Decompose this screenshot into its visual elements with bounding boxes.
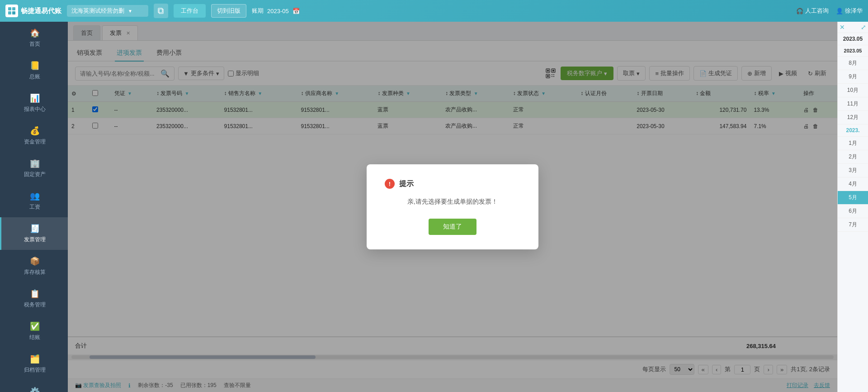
- dialog-message: 亲,请先选择要生成单据的发票！: [407, 198, 498, 205]
- user-menu[interactable]: 👤 徐泽华: [836, 7, 863, 15]
- sidebar-icon-assets: 🏢: [30, 158, 40, 168]
- logo-icon: [5, 5, 18, 17]
- period-item-1月[interactable]: 1月: [838, 137, 868, 150]
- sidebar-item-funds[interactable]: 💰 资金管理: [0, 120, 68, 152]
- sidebar-item-ledger[interactable]: 📒 总账: [0, 54, 68, 87]
- sidebar-item-settings[interactable]: ⚙️ 设置: [0, 380, 68, 392]
- period-item-2023.[interactable]: 2023.: [838, 124, 868, 137]
- workspace-button[interactable]: 工作台: [174, 4, 206, 18]
- chevron-down-icon: ▼: [128, 9, 132, 14]
- sidebar-item-home[interactable]: 🏠 首页: [0, 22, 68, 54]
- sidebar-icon-tax: 📋: [30, 289, 40, 299]
- copy-button[interactable]: [154, 4, 168, 18]
- dialog-footer: 知道了: [385, 219, 520, 235]
- dialog-body: 亲,请先选择要生成单据的发票！: [385, 198, 520, 206]
- headset-icon: 🎧: [796, 8, 803, 14]
- sidebar-label-settle: 结账: [29, 334, 40, 341]
- resize-icon: ⤢: [861, 24, 866, 31]
- period-item-4月[interactable]: 4月: [838, 177, 868, 191]
- company-selector[interactable]: 沈海英测试经营勿删 ▼: [67, 5, 148, 17]
- sidebar-item-assets[interactable]: 🏢 固定资产: [0, 152, 68, 185]
- period-display: 账期 2023-05 📅: [252, 7, 300, 15]
- topbar-right: 🎧 人工咨询 👤 徐泽华: [796, 7, 863, 15]
- sidebar-icon-archive: 🗂️: [30, 354, 40, 364]
- svg-rect-2: [8, 11, 11, 14]
- sidebar-icon-inventory: 📦: [30, 256, 40, 266]
- sidebar-label-inventory: 库存核算: [24, 268, 46, 276]
- svg-rect-0: [8, 7, 11, 10]
- sidebar-item-tax[interactable]: 📋 税务管理: [0, 282, 68, 315]
- sidebar-item-invoices[interactable]: 🧾 发票管理: [0, 217, 68, 250]
- sidebar-item-settle[interactable]: ✅ 结账: [0, 315, 68, 348]
- sidebar-icon-invoices: 🧾: [30, 224, 40, 234]
- period-item-3月[interactable]: 3月: [838, 164, 868, 177]
- sidebar-item-wages[interactable]: 👥 工资: [0, 185, 68, 217]
- sidebar-label-reports: 报表中心: [24, 105, 46, 113]
- svg-rect-1: [12, 7, 15, 10]
- period-item-12月[interactable]: 12月: [838, 111, 868, 124]
- help-button[interactable]: 🎧 人工咨询: [796, 7, 829, 15]
- switch-version-button[interactable]: 切到旧版: [211, 4, 246, 18]
- period-year-top: 2023.05: [838, 33, 868, 45]
- svg-rect-3: [12, 11, 15, 14]
- expand-icon: ✕: [840, 24, 845, 31]
- period-label: 账期: [252, 7, 264, 15]
- main-layout: 🏠 首页 📒 总账 📊 报表中心 💰 资金管理 🏢 固定资产 👥 工资 🧾 发票…: [0, 22, 868, 392]
- overlay: ! 提示 亲,请先选择要生成单据的发票！ 知道了: [68, 22, 837, 392]
- sidebar-icon-reports: 📊: [30, 93, 40, 103]
- sidebar-icon-funds: 💰: [30, 126, 40, 136]
- app-logo: 畅捷通易代账: [5, 5, 61, 17]
- period-item-11月[interactable]: 11月: [838, 97, 868, 111]
- sidebar-label-invoices: 发票管理: [24, 236, 46, 244]
- sidebar-label-wages: 工资: [29, 203, 40, 211]
- sidebar-label-archive: 归档管理: [24, 366, 46, 374]
- sidebar-label-funds: 资金管理: [24, 138, 46, 146]
- confirm-button[interactable]: 知道了: [429, 219, 476, 235]
- dialog-title: ! 提示: [385, 179, 520, 189]
- period-value: 2023-05: [267, 8, 289, 14]
- warning-icon: !: [385, 179, 395, 189]
- sidebar-label-home: 首页: [29, 40, 40, 48]
- content-area: 首页 发票 ✕ 销项发票 进项发票 费用小票: [68, 22, 837, 392]
- period-item-8月[interactable]: 8月: [838, 57, 868, 70]
- period-item-7月[interactable]: 7月: [838, 218, 868, 232]
- calendar-icon[interactable]: 📅: [292, 8, 300, 14]
- period-resize-button[interactable]: ⤢: [861, 24, 866, 31]
- dialog: ! 提示 亲,请先选择要生成单据的发票！ 知道了: [367, 164, 538, 249]
- period-expand-button[interactable]: ✕: [840, 24, 845, 31]
- topbar: 畅捷通易代账 沈海英测试经营勿删 ▼ 工作台 切到旧版 账期 2023-05 📅…: [0, 0, 868, 22]
- sidebar-label-ledger: 总账: [29, 73, 40, 81]
- sidebar-item-inventory[interactable]: 📦 库存核算: [0, 250, 68, 282]
- sidebar-label-assets: 固定资产: [24, 171, 46, 178]
- app-name: 畅捷通易代账: [21, 7, 61, 15]
- sidebar-item-reports[interactable]: 📊 报表中心: [0, 87, 68, 120]
- sidebar-icon-home: 🏠: [30, 28, 40, 38]
- sidebar-icon-wages: 👥: [30, 191, 40, 201]
- sidebar-icon-settle: ✅: [30, 321, 40, 331]
- period-item-5月[interactable]: 5月: [838, 191, 868, 205]
- user-icon: 👤: [836, 8, 843, 14]
- period-item-6月[interactable]: 6月: [838, 205, 868, 218]
- company-name: 沈海英测试经营勿删: [71, 7, 124, 15]
- dialog-title-text: 提示: [399, 179, 414, 189]
- period-year-bottom: 2023.05: [838, 45, 868, 57]
- period-sidebar: ✕ ⤢ 2023.05 2023.05 8月9月10月11月12月2023.1月…: [837, 22, 868, 392]
- sidebar-item-archive[interactable]: 🗂️ 归档管理: [0, 348, 68, 380]
- period-item-10月[interactable]: 10月: [838, 84, 868, 97]
- period-item-9月[interactable]: 9月: [838, 70, 868, 84]
- sidebar: 🏠 首页 📒 总账 📊 报表中心 💰 资金管理 🏢 固定资产 👥 工资 🧾 发票…: [0, 22, 68, 392]
- sidebar-icon-ledger: 📒: [30, 61, 40, 71]
- period-item-2月[interactable]: 2月: [838, 150, 868, 164]
- sidebar-icon-settings: ⚙️: [30, 387, 40, 392]
- sidebar-label-tax: 税务管理: [24, 301, 46, 309]
